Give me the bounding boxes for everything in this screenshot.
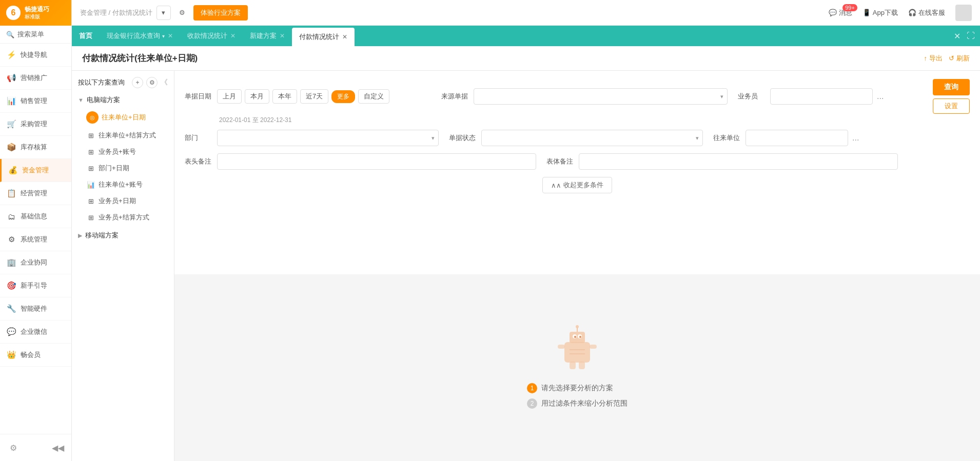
trial-button[interactable]: 体验行业方案 [193, 5, 248, 21]
salesman-more-icon[interactable]: ... [877, 92, 884, 101]
tab-bank-close[interactable]: ✕ [168, 32, 173, 39]
headset-icon: 🎧 [908, 9, 916, 16]
tab-payment[interactable]: 付款情况统计 ✕ [292, 28, 355, 46]
refresh-button[interactable]: ↺ 刷新 [949, 54, 970, 63]
sidebar-item-hardware[interactable]: 🔧 智能硬件 [0, 297, 71, 320]
sidebar-header: 6 畅捷通巧 标准版 [0, 0, 71, 26]
source-filter-item: 来源单据 ▾ [441, 88, 728, 105]
sidebar-item-wechat[interactable]: 💬 企业微信 [0, 320, 71, 344]
date-this-year-btn[interactable]: 本年 [272, 89, 297, 104]
tab-fullscreen-icon[interactable]: ⛶ [967, 31, 975, 41]
collapse-panel-icon[interactable]: 《 [161, 78, 168, 87]
collapse-sidebar-icon[interactable]: ◀◀ [51, 440, 65, 455]
topbar-settings-icon[interactable]: ⚙ [175, 6, 189, 20]
svg-point-7 [576, 325, 579, 328]
system-icon: ⚙ [6, 234, 16, 245]
tab-receipt-close[interactable]: ✕ [230, 32, 236, 39]
sidebar-item-marketing[interactable]: 📢 营销推广 [0, 67, 71, 90]
logo-icon: 6 [6, 6, 21, 20]
app-download-button[interactable]: 📱 App下载 [863, 8, 898, 17]
table-icon-3: ⊞ [86, 164, 95, 173]
user-avatar[interactable] [955, 5, 972, 21]
date-this-month-btn[interactable]: 本月 [245, 89, 269, 104]
status-select[interactable] [481, 130, 703, 146]
scheme-group-desktop-title[interactable]: ▼ 电脑端方案 [72, 92, 174, 108]
salesman-input[interactable] [770, 88, 873, 105]
refresh-icon: ↺ [949, 54, 954, 62]
sidebar-item-guide[interactable]: 🎯 新手引导 [0, 274, 71, 297]
enterprise-icon: 🏢 [6, 257, 16, 268]
scheme-group-mobile-title[interactable]: ▶ 移动端方案 [72, 228, 174, 243]
search-menu[interactable]: 🔍 搜索菜单 [0, 26, 71, 44]
main-area: 资金管理 / 付款情况统计 ▾ ⚙ 体验行业方案 💬 消息 99+ 📱 App下… [72, 0, 980, 461]
page-actions: ↑ 导出 ↺ 刷新 [924, 54, 970, 63]
svg-point-5 [579, 336, 581, 338]
svg-rect-10 [570, 362, 576, 369]
settings-footer-icon[interactable]: ⚙ [6, 440, 21, 455]
filter-row-2: 部门 ▾ 单据状态 ▾ [185, 130, 970, 146]
date-last-month-btn[interactable]: 上月 [217, 89, 242, 104]
status-filter-item: 单据状态 ▾ [449, 130, 703, 146]
query-button[interactable]: 查询 [933, 79, 970, 95]
add-scheme-button[interactable]: + [132, 77, 143, 88]
sidebar-item-sales[interactable]: 📊 销售管理 [0, 90, 71, 113]
sidebar-item-operations[interactable]: 📋 经营管理 [0, 182, 71, 205]
online-service-button[interactable]: 🎧 在线客服 [908, 8, 945, 17]
topbar: 资金管理 / 付款情况统计 ▾ ⚙ 体验行业方案 💬 消息 99+ 📱 App下… [72, 0, 980, 26]
sidebar-item-finance[interactable]: 💰 资金管理 [0, 159, 71, 182]
tab-new-scheme[interactable]: 新建方案 ✕ [243, 26, 292, 46]
date-custom-btn[interactable]: 自定义 [358, 89, 389, 104]
scheme-item-salesman-date[interactable]: ⊞ 业务员+日期 [72, 193, 174, 209]
sidebar-item-system[interactable]: ⚙ 系统管理 [0, 228, 71, 251]
filter-settings-button[interactable]: 设置 [933, 98, 970, 114]
scheme-item-partner-date[interactable]: ◎ 往来单位+日期 [72, 108, 174, 127]
tab-bank[interactable]: 现金银行流水查询 ▾ ✕ [100, 26, 180, 46]
settings-scheme-button[interactable]: ⚙ [146, 77, 158, 88]
scheme-item-salesman-account[interactable]: ⊞ 业务员+账号 [72, 144, 174, 160]
topbar-left: 资金管理 / 付款情况统计 ▾ ⚙ 体验行业方案 [80, 5, 248, 21]
member-icon: 👑 [6, 350, 16, 360]
tab-receipt[interactable]: 收款情况统计 ✕ [180, 26, 243, 46]
page-header: 付款情况统计(往来单位+日期) ↑ 导出 ↺ 刷新 [72, 46, 980, 71]
partner-more-icon[interactable]: ... [852, 133, 859, 143]
sidebar-item-member[interactable]: 👑 畅会员 [0, 344, 71, 367]
sidebar-item-inventory[interactable]: 📦 库存核算 [0, 136, 71, 159]
sidebar-item-quicknav[interactable]: ⚡ 快捷导航 [0, 44, 71, 67]
message-button[interactable]: 💬 消息 99+ [829, 8, 852, 17]
sidebar: 6 畅捷通巧 标准版 🔍 搜索菜单 ⚡ 快捷导航 📢 营销推广 📊 销售管理 🛒… [0, 0, 72, 461]
export-icon: ↑ [924, 54, 928, 62]
dropdown-arrow[interactable]: ▾ [156, 6, 171, 20]
sidebar-item-purchase[interactable]: 🛒 采购管理 [0, 113, 71, 136]
source-select-wrapper: ▾ [474, 88, 728, 105]
sidebar-item-enterprise[interactable]: 🏢 企业协同 [0, 251, 71, 274]
collapse-arrow-icon: ∧∧ [551, 182, 561, 189]
tab-new-scheme-close[interactable]: ✕ [280, 32, 285, 39]
sidebar-footer: ⚙ ◀◀ [0, 434, 71, 461]
scheme-item-partner-account[interactable]: 📊 往来单位+账号 [72, 176, 174, 193]
scheme-item-partner-settle[interactable]: ⊞ 往来单位+结算方式 [72, 127, 174, 144]
salesman-filter-label: 业务员 [738, 92, 766, 101]
partner-input[interactable] [746, 130, 848, 146]
svg-rect-8 [558, 345, 565, 349]
date-7days-btn[interactable]: 近7天 [300, 89, 328, 104]
scheme-item-salesman-settle[interactable]: ⊞ 业务员+结算方式 [72, 209, 174, 226]
tab-payment-close[interactable]: ✕ [342, 33, 347, 41]
collapse-filter-button[interactable]: ∧∧ 收起更多条件 [542, 177, 612, 193]
sidebar-item-basic[interactable]: 🗂 基础信息 [0, 205, 71, 228]
export-button[interactable]: ↑ 导出 [924, 54, 943, 63]
tab-close-all-icon[interactable]: ✕ [954, 31, 961, 41]
tab-home[interactable]: 首页 [72, 26, 100, 46]
body-note-input[interactable] [579, 153, 898, 170]
date-filter-label: 单据日期 [185, 92, 213, 101]
dept-select[interactable] [217, 130, 439, 146]
expand-desktop-icon: ▼ [78, 97, 84, 103]
header-note-input[interactable] [217, 153, 536, 170]
date-buttons: 上月 本月 本年 近7天 更多 自定义 [217, 89, 431, 104]
finance-icon: 💰 [8, 165, 18, 175]
source-select[interactable] [474, 88, 728, 105]
body-note-item: 表体备注 [546, 153, 898, 170]
header-note-item: 表头备注 [185, 153, 536, 170]
scheme-item-dept-date[interactable]: ⊞ 部门+日期 [72, 160, 174, 176]
date-more-btn[interactable]: 更多 [331, 90, 355, 103]
filter-actions: 查询 设置 [933, 79, 970, 114]
